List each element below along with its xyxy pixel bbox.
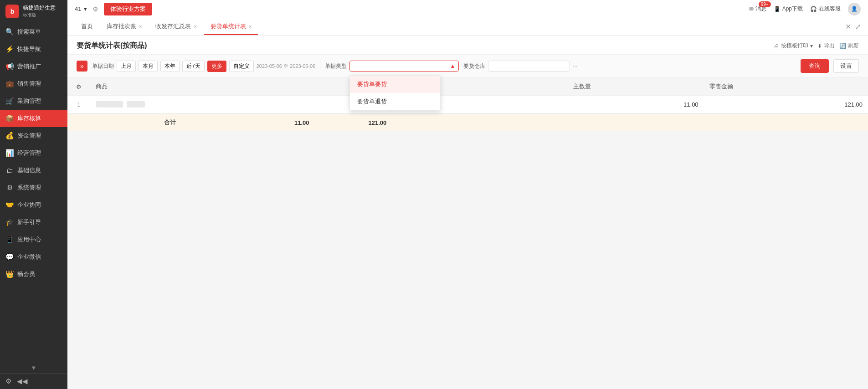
- expand-icon[interactable]: ⤢: [855, 22, 861, 31]
- table-row: 1 块 11.00 121.00: [67, 96, 868, 113]
- basic-icon: 🗂: [5, 167, 14, 174]
- dropdown-item-order-return[interactable]: 要货单退货: [350, 93, 440, 110]
- sidebar-item-enterprise[interactable]: 🤝 企业协同: [0, 196, 67, 214]
- dropdown-item-order-goods[interactable]: 要货单要货: [350, 76, 440, 93]
- set-button[interactable]: 设置: [833, 59, 859, 73]
- tab-inventory-batch[interactable]: 库存批次账 ×: [100, 19, 148, 35]
- tab-close-icon[interactable]: ×: [139, 24, 142, 29]
- sidebar-item-marketing[interactable]: 📢 营销推广: [0, 58, 67, 75]
- date-btn-this-month[interactable]: 本月: [139, 61, 158, 72]
- trial-button[interactable]: 体验行业方案: [104, 3, 152, 15]
- tab-home[interactable]: 首页: [75, 19, 99, 35]
- export-button[interactable]: ⬇ 导出: [817, 42, 835, 50]
- avatar-icon: 👤: [851, 6, 858, 12]
- refresh-label: 刷新: [848, 42, 859, 50]
- sidebar-item-sales[interactable]: 💼 销售管理: [0, 75, 67, 92]
- tab-receive-summary[interactable]: 收发存汇总表 ×: [149, 19, 203, 35]
- table-header-row: ⚙ 商品 主计量单位 主数量 零售金额: [67, 78, 868, 96]
- sidebar-item-label: 系统管理: [17, 184, 41, 192]
- date-btn-custom[interactable]: 自定义: [229, 61, 254, 72]
- sidebar-item-basic[interactable]: 🗂 基础信息: [0, 162, 67, 179]
- sidebar-item-label: 新手引导: [17, 218, 41, 226]
- search-icon: 🔍: [5, 28, 14, 36]
- company-count: 41: [75, 5, 81, 12]
- sidebar-item-label: 搜索菜单: [17, 28, 41, 36]
- date-btn-7days[interactable]: 近7天: [182, 61, 205, 72]
- print-button[interactable]: 🖨 按模板打印 ▾: [774, 42, 813, 50]
- date-range-display: 2023-05-06 至 2023-06-06: [257, 63, 316, 70]
- row-qty: 11.00: [568, 96, 704, 113]
- date-btn-more[interactable]: 更多: [207, 61, 226, 72]
- sidebar-item-newbie[interactable]: 🎓 新手引导: [0, 214, 67, 231]
- refresh-button[interactable]: 🔄 刷新: [839, 42, 859, 50]
- product-name-placeholder: [96, 101, 123, 107]
- tab-label: 要货单统计表: [211, 22, 246, 31]
- collapse-icon[interactable]: ◀◀: [17, 377, 28, 385]
- tab-close-icon[interactable]: ×: [249, 24, 252, 29]
- sidebar-item-apps[interactable]: 📱 应用中心: [0, 231, 67, 248]
- type-select-input[interactable]: [349, 61, 459, 72]
- header-settings-icon[interactable]: ⚙: [92, 5, 98, 13]
- data-table-wrapper: ⚙ 商品 主计量单位 主数量 零售金额 1: [67, 78, 868, 113]
- filter-bar: » 单据日期 上月 本月 本年 近7天 更多 自定义 2023-05-06 至 …: [67, 55, 868, 78]
- type-filter-label: 单据类型: [325, 62, 347, 70]
- qty-column-header: 主数量: [568, 78, 704, 96]
- app-download-btn[interactable]: 📱 App下载: [774, 5, 803, 13]
- warehouse-filter-label: 要货仓库: [463, 62, 485, 70]
- close-all-icon[interactable]: ✕: [845, 22, 851, 31]
- page-actions: 🖨 按模板打印 ▾ ⬇ 导出 🔄 刷新: [774, 42, 859, 50]
- footer-total-qty: 11.00: [294, 119, 309, 126]
- tab-close-icon[interactable]: ×: [194, 24, 196, 29]
- query-button[interactable]: 查询: [801, 59, 829, 73]
- row-index: 1: [67, 96, 90, 113]
- system-icon: ⚙: [5, 184, 14, 192]
- message-icon: ✉: [749, 6, 754, 12]
- sidebar-item-purchase[interactable]: 🛒 采购管理: [0, 92, 67, 110]
- type-dropdown-menu: 要货单要货 要货单退货: [349, 75, 441, 111]
- enterprise-icon: 🤝: [5, 201, 14, 209]
- date-btn-this-year[interactable]: 本年: [160, 61, 180, 72]
- sidebar-item-label: 采购管理: [17, 97, 41, 105]
- page-body: 要货单统计表(按商品) 🖨 按模板打印 ▾ ⬇ 导出 🔄 刷新: [67, 36, 868, 389]
- warehouse-input[interactable]: [488, 61, 570, 72]
- warehouse-dots-icon[interactable]: ···: [573, 63, 577, 69]
- messages-btn[interactable]: ✉ 消息 99+: [749, 5, 766, 13]
- date-btn-last-month[interactable]: 上月: [117, 61, 136, 72]
- sidebar-item-search[interactable]: 🔍 搜索菜单: [0, 23, 67, 41]
- sidebar-item-label: 库存核算: [17, 114, 41, 123]
- settings-bottom-icon[interactable]: ⚙: [5, 377, 11, 385]
- main-content: 41 ▾ ⚙ 体验行业方案 ✉ 消息 99+ 📱 App下载 🎧 在线客服 👤: [67, 0, 868, 389]
- top-header: 41 ▾ ⚙ 体验行业方案 ✉ 消息 99+ 📱 App下载 🎧 在线客服 👤: [67, 0, 868, 18]
- header-left: 41 ▾ ⚙ 体验行业方案: [75, 3, 152, 15]
- sidebar-item-label: 应用中心: [17, 235, 41, 244]
- row-amount: 121.00: [704, 96, 868, 113]
- sidebar-item-wechat[interactable]: 💬 企业微信: [0, 248, 67, 266]
- avatar[interactable]: 👤: [848, 3, 861, 15]
- date-filter-group: 单据日期 上月 本月 本年 近7天 更多 自定义 2023-05-06 至 20…: [92, 61, 315, 72]
- print-icon: 🖨: [774, 43, 779, 49]
- sidebar-item-finance[interactable]: 💰 资金管理: [0, 127, 67, 144]
- flash-icon: ⚡: [5, 45, 14, 53]
- sidebar-item-member[interactable]: 👑 畅会员: [0, 266, 67, 283]
- sidebar-item-label: 快捷导航: [17, 45, 41, 53]
- dropdown-arrow-icon[interactable]: ▲: [450, 63, 455, 69]
- row-product: [90, 96, 375, 113]
- online-service-btn[interactable]: 🎧 在线客服: [810, 5, 841, 13]
- sidebar-item-inventory[interactable]: 📦 库存核算: [0, 110, 67, 127]
- sidebar-item-system[interactable]: ⚙ 系统管理: [0, 179, 67, 196]
- sidebar-item-label: 销售管理: [17, 80, 41, 88]
- sidebar-item-operations[interactable]: 📊 经营管理: [0, 144, 67, 162]
- type-filter-group: 单据类型 ▲ 要货单要货 要货单退货: [325, 61, 459, 72]
- chevron-down-icon: ▾: [84, 5, 87, 12]
- filter-expand-button[interactable]: »: [77, 61, 87, 72]
- company-selector[interactable]: 41 ▾: [75, 5, 87, 12]
- sidebar-item-label: 企业微信: [17, 253, 41, 261]
- sidebar-item-shortcut[interactable]: ⚡ 快捷导航: [0, 41, 67, 58]
- app-sub: 标准版: [23, 12, 56, 18]
- sidebar-menu: 🔍 搜索菜单 ⚡ 快捷导航 📢 营销推广 💼 销售管理 🛒 采购管理 📦 库存核…: [0, 23, 67, 363]
- settings-column-header[interactable]: ⚙: [67, 78, 90, 96]
- sidebar-scroll-down[interactable]: ▼: [0, 363, 67, 373]
- tab-order-summary[interactable]: 要货单统计表 ×: [204, 19, 258, 35]
- sidebar: b 畅捷通好生意 标准版 🔍 搜索菜单 ⚡ 快捷导航 📢 营销推广 💼 销售管理…: [0, 0, 67, 389]
- finance-icon: 💰: [5, 132, 14, 140]
